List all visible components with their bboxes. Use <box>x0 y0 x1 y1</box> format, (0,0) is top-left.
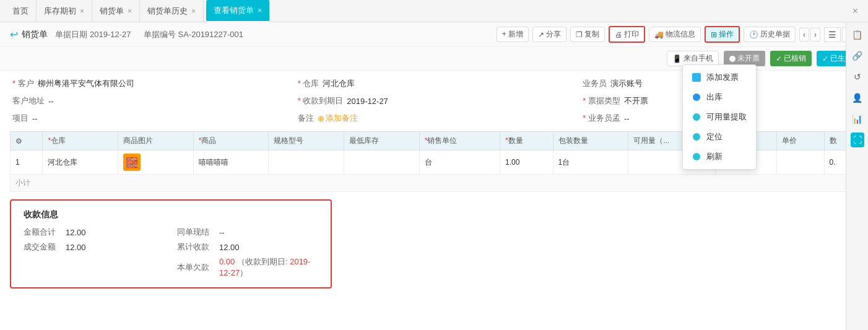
confirm-icon: ✓ <box>776 54 782 63</box>
doc-number-label: 单据编号 SA-20191227-001 <box>144 29 244 40</box>
share-button[interactable]: ↗ 分享 <box>532 27 566 42</box>
tab-inventory-close[interactable]: × <box>80 7 84 15</box>
doc-type-label: 销货单 <box>22 29 48 40</box>
history-icon: 🕐 <box>749 30 758 39</box>
available-qty-item[interactable]: 可用量提取 <box>683 107 756 127</box>
subtotal-label: 小计 <box>11 175 858 192</box>
sidebar-icon-4[interactable]: 👤 <box>849 90 865 105</box>
due-row: 本单欠款 0.00 （收款到期日: 2019-12-27） <box>177 256 318 279</box>
address-field: 客户地址 -- <box>12 95 285 106</box>
copy-button[interactable]: ❐ 复制 <box>570 27 605 42</box>
col-qty: *数量 <box>500 132 553 150</box>
deal-label: 成交金额 <box>24 241 61 253</box>
total-row: 金额合计 12.00 <box>24 227 165 238</box>
settings-icon: ⚙ <box>15 137 22 145</box>
doc-actions: + 新增 ↗ 分享 ❐ 复制 🖨 打印 🚚 物流信息 ⊞ 操作 � <box>497 26 858 43</box>
row-qty: 1.00 <box>500 150 553 175</box>
doc-type-icon: ↩ <box>10 28 18 40</box>
refresh-label: 刷新 <box>706 151 723 162</box>
due-value: 0.00 （收款到期日: 2019-12-27） <box>219 256 318 279</box>
col-img: 商品图片 <box>118 132 194 150</box>
col-product: *商品 <box>193 132 269 150</box>
deal-row: 成交金额 12.00 <box>24 241 165 253</box>
summary-title: 收款信息 <box>24 209 318 220</box>
col-unit: *销售单位 <box>419 132 500 150</box>
phone-icon: 📱 <box>672 54 682 63</box>
doc-date-label: 单据日期 2019-12-27 <box>55 29 131 40</box>
print-button[interactable]: 🖨 打印 <box>609 26 645 43</box>
staff2-value: -- <box>624 114 630 123</box>
staff-value: 演示账号 <box>610 78 643 89</box>
project-value: -- <box>32 114 38 123</box>
sidebar-icon-1[interactable]: 📋 <box>849 27 865 42</box>
product-image: 🧱 <box>123 154 141 171</box>
due-label: 本单欠款 <box>177 262 214 273</box>
ticket-value: 不开票 <box>624 95 648 106</box>
tab-view-sales-close[interactable]: × <box>258 6 262 15</box>
col-settings[interactable]: ⚙ <box>11 132 43 150</box>
add-invoice-icon <box>692 72 701 82</box>
col-price: 单价 <box>776 132 824 150</box>
tab-sales-history-close[interactable]: × <box>191 7 196 15</box>
dropdown-menu: 添加发票 出库 可用量提取 定位 刷新 <box>682 64 757 170</box>
available-qty-label: 可用量提取 <box>706 111 747 123</box>
confirm-button[interactable]: ✓ 已核销 <box>770 51 812 66</box>
locate-item[interactable]: 定位 <box>683 127 756 147</box>
tab-sales[interactable]: 销货单 × <box>92 0 140 22</box>
warehouse-value: 河北仓库 <box>323 78 355 89</box>
add-invoice-label: 添加发票 <box>706 72 739 83</box>
doc-title: ↩ 销货单 <box>10 28 48 40</box>
add-note-button[interactable]: ⊕ 添加备注 <box>318 113 358 124</box>
out-warehouse-icon <box>692 92 701 102</box>
tab-sales-history-label: 销货单历史 <box>147 6 188 17</box>
row-pack-qty: 1台 <box>553 150 628 175</box>
tab-sales-history[interactable]: 销货单历史 × <box>140 0 204 22</box>
operate-button[interactable]: ⊞ 操作 <box>705 26 740 43</box>
sidebar-icon-3[interactable]: ↺ <box>851 69 864 84</box>
sidebar-icon-6[interactable]: ⛶ <box>851 132 864 147</box>
tab-home-label: 首页 <box>12 6 28 17</box>
summary-grid: 金额合计 12.00 同单现结 -- 成交金额 12.00 累计收款 12.00… <box>24 227 318 279</box>
row-product: 嘻嘻嘻嘻 <box>193 150 269 175</box>
ticket-icon <box>729 56 736 62</box>
history-button[interactable]: 🕐 历史单据 <box>744 27 796 42</box>
tab-view-sales[interactable]: 查看销货单 × <box>206 0 270 22</box>
locate-label: 定位 <box>706 131 723 142</box>
add-invoice-item[interactable]: 添加发票 <box>683 67 756 87</box>
col-warehouse: *仓库 <box>43 132 118 150</box>
sidebar-icon-5[interactable]: 📊 <box>849 111 865 126</box>
tab-bar-close[interactable]: × <box>848 6 863 17</box>
main-content: ↩ 销货单 单据日期 2019-12-27 单据编号 SA-20191227-0… <box>0 22 868 330</box>
col-pack-qty: 包装数量 <box>553 132 628 150</box>
same-order-row: 同单现结 -- <box>177 227 318 238</box>
customer-value: 柳州粤港平安气体有限公司 <box>38 78 134 89</box>
sidebar-icon-2[interactable]: 🔗 <box>849 48 865 63</box>
refresh-item[interactable]: 刷新 <box>683 147 756 167</box>
total-label: 金额合计 <box>24 227 61 238</box>
next-button[interactable]: › <box>810 28 820 41</box>
prev-button[interactable]: ‹ <box>799 28 809 41</box>
add-button[interactable]: + 新增 <box>497 27 529 42</box>
row-img: 🧱 <box>118 150 194 175</box>
doc-date-value: 2019-12-27 <box>90 30 131 39</box>
plus-icon: ⊕ <box>318 114 324 123</box>
active-icon: ✓ <box>822 54 828 63</box>
doc-number-value: SA-20191227-001 <box>178 30 244 39</box>
logistics-icon: 🚚 <box>654 30 664 39</box>
product-img-icon: 🧱 <box>126 157 138 168</box>
deal-value: 12.00 <box>66 243 86 252</box>
out-warehouse-item[interactable]: 出库 <box>683 87 756 107</box>
note-field: 备注 ⊕ 添加备注 <box>298 113 571 124</box>
operate-icon: ⊞ <box>711 30 717 39</box>
list-view-button[interactable]: ☰ <box>824 27 841 42</box>
tab-home[interactable]: 首页 <box>5 0 37 22</box>
same-order-value: -- <box>219 228 225 237</box>
tab-inventory[interactable]: 库存期初 × <box>37 0 92 22</box>
refresh-icon <box>692 152 701 162</box>
nav-arrows: ‹ › <box>799 28 820 41</box>
address-value: -- <box>48 97 54 106</box>
right-sidebar: 📋 🔗 ↺ 👤 📊 ⛶ <box>846 22 868 330</box>
tab-sales-close[interactable]: × <box>128 7 132 15</box>
due-date-value: 2019-12-27 <box>347 97 388 106</box>
logistics-button[interactable]: 🚚 物流信息 <box>649 27 701 42</box>
